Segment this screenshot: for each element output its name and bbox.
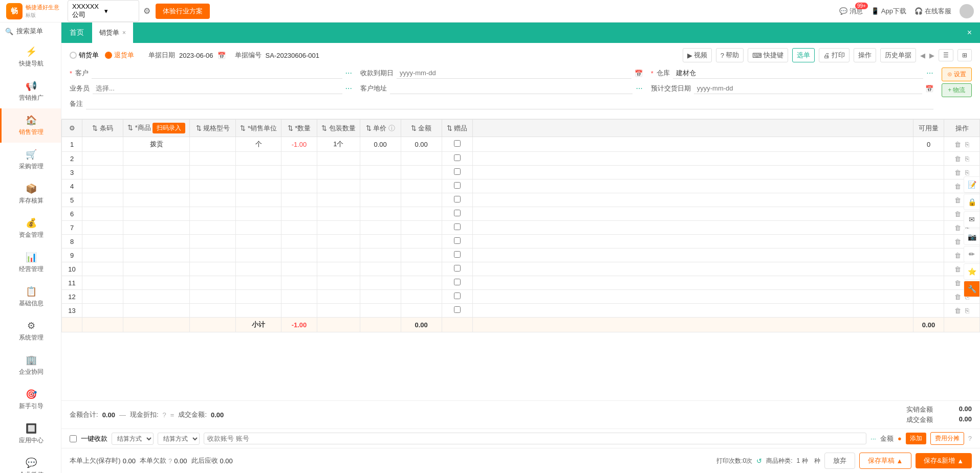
delete-icon[interactable]: 🗑 [954, 169, 961, 176]
cell-unit[interactable] [236, 152, 281, 166]
cell-product[interactable] [123, 221, 190, 235]
app-download-item[interactable]: 📱 App下载 [871, 7, 906, 16]
tab-close-icon[interactable]: × [122, 29, 126, 36]
cell-unit[interactable] [236, 290, 281, 304]
copy-icon[interactable]: ⎘ [965, 141, 969, 148]
one-click-checkbox[interactable] [70, 435, 77, 442]
sort-unit-icon[interactable]: ⇅ [240, 124, 246, 132]
cell-amount[interactable] [401, 166, 442, 179]
cell-amount[interactable] [401, 221, 442, 235]
delete-icon[interactable]: 🗑 [954, 238, 961, 245]
cell-unit[interactable] [236, 166, 281, 179]
cell-price[interactable] [360, 262, 401, 276]
cell-pack-qty[interactable] [317, 290, 360, 304]
discount-info-icon[interactable]: ? [163, 411, 166, 419]
sort-barcode-icon[interactable]: ⇅ [92, 124, 98, 132]
account-input[interactable] [204, 433, 866, 444]
sidebar-item-wechat[interactable]: 💬 企业微信 [0, 451, 61, 473]
cell-spec[interactable] [190, 249, 236, 262]
warehouse-more-icon[interactable]: ··· [926, 69, 933, 78]
sort-price-icon[interactable]: ⇅ [366, 124, 372, 132]
sidebar-item-quick-nav[interactable]: ⚡ 快捷导航 [0, 40, 61, 74]
delete-icon[interactable]: 🗑 [954, 307, 961, 314]
copy-icon[interactable]: ⎘ [965, 169, 969, 176]
copy-icon[interactable]: ⎘ [965, 155, 969, 163]
cell-spec[interactable] [190, 304, 236, 318]
delete-icon[interactable]: 🗑 [954, 141, 961, 148]
cell-gift[interactable] [442, 221, 472, 235]
warehouse-input[interactable] [673, 67, 923, 79]
cell-unit[interactable] [236, 276, 281, 290]
cell-pack-qty[interactable] [317, 221, 360, 235]
cell-barcode[interactable] [82, 249, 123, 262]
cell-amount[interactable] [401, 152, 442, 166]
float-btn-1[interactable]: 📝 [964, 176, 980, 193]
cell-unit[interactable] [236, 207, 281, 221]
cell-product[interactable] [123, 207, 190, 221]
cell-gift[interactable] [442, 235, 472, 249]
cell-amount[interactable] [401, 179, 442, 193]
delete-icon[interactable]: 🗑 [954, 252, 961, 259]
sidebar-item-purchase[interactable]: 🛒 采购管理 [0, 143, 61, 177]
cell-amount[interactable]: 0.00 [401, 137, 442, 152]
float-btn-3[interactable]: ✉ [964, 211, 980, 228]
cell-spec[interactable] [190, 276, 236, 290]
cell-product[interactable] [123, 290, 190, 304]
cell-pack-qty[interactable] [317, 249, 360, 262]
sidebar-item-finance[interactable]: 💰 资金管理 [0, 211, 61, 245]
cell-barcode[interactable] [82, 179, 123, 193]
float-btn-4[interactable]: 📷 [964, 229, 980, 245]
float-btn-6[interactable]: ⭐ [964, 263, 980, 280]
delete-icon[interactable]: 🗑 [954, 183, 961, 190]
cell-unit[interactable] [236, 193, 281, 207]
delete-icon[interactable]: 🗑 [954, 279, 961, 287]
cell-pack-qty[interactable] [317, 193, 360, 207]
select-btn[interactable]: 选单 [792, 48, 815, 62]
payment-method-select[interactable]: 结算方式 [112, 433, 154, 445]
cell-product[interactable] [123, 152, 190, 166]
cell-barcode[interactable] [82, 235, 123, 249]
sort-product-icon[interactable]: ⇅ [127, 124, 133, 131]
cell-qty[interactable] [281, 276, 317, 290]
cell-product[interactable] [123, 304, 190, 318]
total-balance-info-icon[interactable]: ? [168, 457, 172, 465]
cell-unit[interactable] [236, 179, 281, 193]
cell-product[interactable] [123, 179, 190, 193]
cell-qty[interactable] [281, 290, 317, 304]
cell-amount[interactable] [401, 249, 442, 262]
sidebar-item-enterprise[interactable]: 🏢 企业协同 [0, 348, 61, 382]
salesperson-more-icon[interactable]: ··· [345, 84, 352, 93]
calendar-icon[interactable]: 📅 [217, 52, 226, 59]
help-btn[interactable]: ? 帮助 [716, 48, 744, 62]
sidebar-item-system[interactable]: ⚙ 系统管理 [0, 314, 61, 348]
add-payment-btn[interactable]: 添加 [906, 433, 926, 444]
cell-product[interactable] [123, 276, 190, 290]
copy-icon[interactable]: ⎘ [965, 307, 969, 314]
cell-amount[interactable] [401, 235, 442, 249]
user-avatar[interactable] [960, 4, 974, 18]
price-info-icon[interactable]: ⓘ [388, 124, 395, 132]
add-btn-icon[interactable]: ● [898, 435, 902, 442]
cell-unit[interactable] [236, 304, 281, 318]
sort-qty-icon[interactable]: ⇅ [288, 124, 293, 132]
cell-barcode[interactable] [82, 262, 123, 276]
cell-price[interactable] [360, 152, 401, 166]
cell-price[interactable] [360, 249, 401, 262]
cell-barcode[interactable] [82, 207, 123, 221]
cell-price[interactable]: 0.00 [360, 137, 401, 152]
cell-product[interactable]: 拨贡 [123, 137, 190, 152]
sort-pack-icon[interactable]: ⇅ [321, 124, 327, 132]
cell-unit[interactable] [236, 235, 281, 249]
radio-return[interactable]: 退货单 [105, 51, 134, 60]
radio-sales[interactable]: 销货单 [70, 51, 99, 60]
cell-ops[interactable]: 🗑 ⎘ [944, 152, 980, 166]
settlement-method-select[interactable]: 结算方式 [158, 433, 200, 445]
customer-input[interactable] [92, 67, 342, 79]
cell-gift[interactable] [442, 249, 472, 262]
history-btn[interactable]: 历史单据 [880, 48, 916, 62]
cell-pack-qty[interactable] [317, 152, 360, 166]
cell-spec[interactable] [190, 290, 236, 304]
cell-barcode[interactable] [82, 221, 123, 235]
cell-qty[interactable] [281, 193, 317, 207]
expected-cal-icon[interactable]: 📅 [925, 85, 933, 93]
